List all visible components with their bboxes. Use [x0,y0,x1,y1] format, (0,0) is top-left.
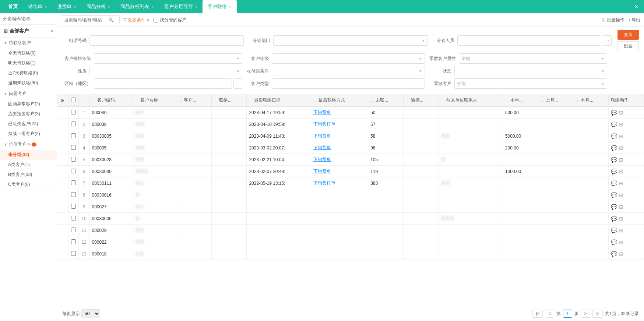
more-conditions-btn[interactable]: ▽ 更多条件 ∧ [123,17,150,23]
action-message-icon-0[interactable]: 💬 [611,110,617,116]
cell-last-contact-way-4[interactable]: 下销货单 [311,154,368,166]
search-icon[interactable]: 🔍 [108,17,114,22]
tab-product-analysis-close[interactable]: × [108,4,110,9]
sidebar-collapse-btn[interactable]: « [50,28,53,33]
action-message-icon-1[interactable]: 💬 [611,121,617,127]
tab-sales[interactable]: 销售单 × [23,0,52,13]
action-grid-icon-2[interactable]: ⊞ [619,133,623,139]
cell-checkbox-11[interactable] [68,236,78,248]
action-message-icon-7[interactable]: 💬 [611,192,617,198]
per-page-select-input[interactable]: 50 100 200 [81,309,100,318]
row-checkbox-3[interactable] [71,145,76,150]
sidebar-item-churned[interactable]: 已流失客户(24) [0,119,57,129]
th-gear[interactable]: ⚙ [57,94,68,107]
tab-customer-segment-close[interactable]: × [195,4,197,9]
action-grid-icon-8[interactable]: ⊞ [619,204,623,210]
sidebar-section-value-title[interactable]: ▼ 价值客户 ↻ ! [0,139,57,150]
cell-checkbox-12[interactable] [68,248,78,260]
my-customers-filter[interactable]: 我分管的客户 [154,17,186,23]
tab-product-analysis-list[interactable]: 商品分析列表 × [115,0,159,13]
sidebar-section-problem-title[interactable]: ▼ 问题客户 [0,88,57,99]
row-checkbox-8[interactable] [71,204,76,209]
query-button[interactable]: 查询 [617,30,639,40]
action-grid-icon-6[interactable]: ⊞ [619,180,623,186]
action-message-icon-6[interactable]: 💬 [611,180,617,186]
select-all-checkbox[interactable] [71,98,76,102]
action-grid-icon-7[interactable]: ⊞ [619,192,623,198]
filter-manager-ellipsis[interactable]: ··· [603,35,612,46]
page-prev-btn[interactable]: < [545,310,554,318]
cell-last-contact-way-0[interactable]: 下销货单 [311,107,368,119]
reset-button[interactable]: 设置 [617,41,639,51]
tab-product-analysis-list-close[interactable]: × [151,4,154,9]
sidebar-item-class-c[interactable]: C类客户(6) [0,180,57,190]
action-message-icon-3[interactable]: 💬 [611,145,617,151]
action-grid-icon-10[interactable]: ⊞ [619,227,623,233]
action-message-icon-4[interactable]: 💬 [611,157,617,163]
tab-customer-contact-close[interactable]: × [229,4,231,9]
action-grid-icon-3[interactable]: ⊞ [619,145,623,151]
tab-product-analysis[interactable]: 商品分析 × [81,0,115,13]
sidebar-item-abnormal[interactable]: 固购异常客户(2) [0,99,57,109]
batch-operation-btn[interactable]: ☑ 批量操作 [602,17,624,23]
tab-customer-contact[interactable]: 客户联络 × [203,0,236,13]
filter-select-nature[interactable]: ▼ [89,66,242,76]
cell-last-contact-way-2[interactable]: 下销货单 [311,130,368,142]
filter-region-ellipsis[interactable]: ··· [233,78,242,89]
th-checkbox[interactable] [68,94,78,107]
row-checkbox-4[interactable] [71,157,76,162]
tab-customer-segment[interactable]: 客户分层经营 × [159,0,203,13]
row-checkbox-7[interactable] [71,192,76,197]
filter-select-sparse-attr[interactable]: 全部 ▼ [459,53,607,64]
cell-checkbox-5[interactable] [68,166,78,177]
sidebar-search-input[interactable] [3,16,57,21]
sidebar-item-churn-warning[interactable]: 流失预警客户(3) [0,109,57,119]
cell-checkbox-4[interactable] [68,154,78,166]
page-first-btn[interactable]: |< [532,310,543,318]
my-customers-checkbox[interactable] [154,18,158,22]
row-checkbox-5[interactable] [71,169,76,173]
page-last-btn[interactable]: >| [592,310,603,318]
action-message-icon-2[interactable]: 💬 [611,133,617,139]
sidebar-section-pending-title[interactable]: ▼ 待联络客户 [0,38,57,48]
tab-purchase[interactable]: 进货单 × [52,0,81,13]
close-all-tabs[interactable]: × [632,3,641,10]
filter-select-customer-type[interactable] [272,78,425,89]
sidebar-item-7days[interactable]: 近7天待联络(0) [0,68,57,78]
action-grid-icon-0[interactable]: ⊞ [619,110,623,116]
cell-checkbox-10[interactable] [68,225,78,236]
filter-select-region[interactable] [94,78,232,89]
value-refresh-icon[interactable]: ↻ [28,142,31,147]
sidebar-item-class-a[interactable]: A类客户(1) [0,160,57,170]
action-message-icon-10[interactable]: 💬 [611,227,617,233]
sidebar-item-declining[interactable]: 持续下滑客户(2) [0,129,57,139]
row-checkbox-10[interactable] [71,227,76,232]
filter-select-payment[interactable]: ▼ [272,66,425,76]
action-message-icon-9[interactable]: 💬 [611,216,617,222]
action-grid-icon-4[interactable]: ⊞ [619,157,623,163]
cell-checkbox-8[interactable] [68,201,78,213]
cell-checkbox-0[interactable] [68,107,78,119]
action-message-icon-12[interactable]: 💬 [611,251,617,257]
cell-checkbox-3[interactable] [68,142,78,154]
filter-select-status[interactable]: ▼ [454,66,607,76]
action-grid-icon-1[interactable]: ⊞ [619,121,623,127]
sidebar-item-tomorrow[interactable]: 明天待联络(1) [0,58,57,68]
row-checkbox-1[interactable] [71,121,76,126]
filter-select-customer-level[interactable]: ▼ [272,53,425,64]
filter-select-manager[interactable] [457,35,601,46]
tab-purchase-close[interactable]: × [74,4,76,9]
sidebar-all-customers[interactable]: ⊞ 全部客户 « [0,25,57,38]
tab-sales-close[interactable]: × [45,4,47,9]
cell-checkbox-9[interactable] [68,213,78,225]
filter-select-sparse-customer[interactable]: 全部 ▼ [454,78,607,89]
sidebar-item-overdue[interactable]: 逾期未联络(30) [0,78,57,88]
filter-input-phone[interactable] [89,35,244,46]
cell-checkbox-6[interactable] [68,177,78,189]
row-checkbox-2[interactable] [71,133,76,138]
action-message-icon-8[interactable]: 💬 [611,204,617,210]
cell-last-contact-way-3[interactable]: 下销货单 [311,142,368,154]
cell-checkbox-1[interactable] [68,119,78,130]
sidebar-item-unclassified[interactable]: 未分组(32) [0,150,57,160]
row-checkbox-0[interactable] [71,110,76,114]
